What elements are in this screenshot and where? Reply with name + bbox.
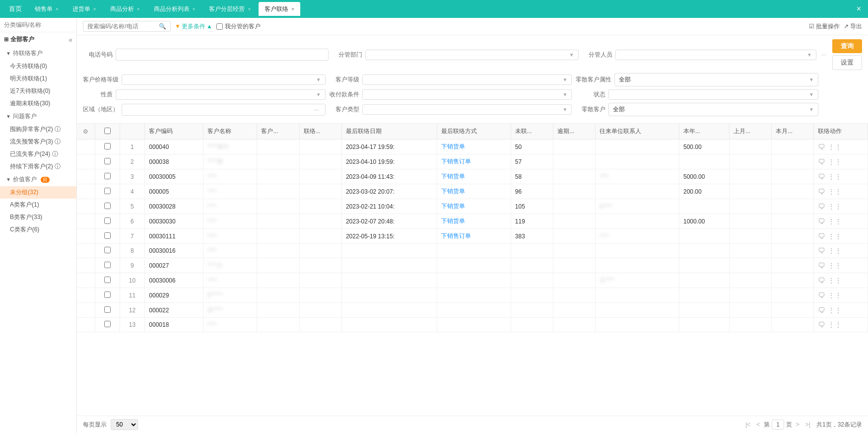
more-icon[interactable]: ⋮⋮ bbox=[828, 217, 842, 225]
th-last-month[interactable]: 上月... bbox=[729, 124, 771, 140]
row-last-method[interactable] bbox=[437, 303, 511, 318]
last-page-btn[interactable]: >| bbox=[803, 420, 812, 429]
call-icon[interactable]: 🗨 bbox=[818, 188, 825, 196]
more-icon[interactable]: ⋮⋮ bbox=[828, 291, 842, 299]
sidebar-item-today[interactable]: 今天待联络(0) bbox=[0, 60, 76, 72]
th-this-month[interactable]: 本月... bbox=[772, 124, 814, 140]
th-last-method[interactable]: 最后联络方式 bbox=[437, 124, 511, 140]
sidebar-item-7days[interactable]: 近7天待联络(0) bbox=[0, 85, 76, 97]
more-icon[interactable]: ⋮⋮ bbox=[828, 277, 842, 285]
call-icon[interactable]: 🗨 bbox=[818, 232, 825, 240]
nav-tab-purchase[interactable]: 进货单 × bbox=[67, 2, 102, 16]
my-customers-check[interactable] bbox=[216, 23, 223, 30]
row-checkbox[interactable] bbox=[95, 229, 120, 244]
th-last-date[interactable]: 最后联络日期 bbox=[341, 124, 437, 140]
more-icon[interactable]: ⋮⋮ bbox=[828, 232, 842, 240]
th-overdue[interactable]: 逾期... bbox=[553, 124, 596, 140]
th-contact[interactable]: 联络... bbox=[299, 124, 341, 140]
row-last-method[interactable] bbox=[437, 318, 511, 332]
nav-tab-analysis[interactable]: 商品分析 × bbox=[104, 2, 146, 16]
call-icon[interactable]: 🗨 bbox=[818, 203, 825, 211]
retail-cust-select[interactable]: 全部 ▼ bbox=[608, 103, 818, 116]
sidebar-item-tomorrow[interactable]: 明天待联络(1) bbox=[0, 72, 76, 85]
row-last-method[interactable] bbox=[437, 244, 511, 258]
search-icon[interactable]: 🔍 bbox=[159, 23, 166, 30]
call-icon[interactable]: 🗨 bbox=[818, 158, 825, 166]
my-customers-checkbox[interactable]: 我分管的客户 bbox=[216, 22, 261, 31]
region-select[interactable]: ··· bbox=[122, 104, 326, 116]
row-checkbox[interactable] bbox=[95, 244, 120, 258]
more-icon[interactable]: ⋮⋮ bbox=[828, 321, 842, 329]
nav-tab-analysis-list[interactable]: 商品分析列表 × bbox=[148, 2, 201, 16]
row-checkbox[interactable] bbox=[95, 318, 120, 332]
call-icon[interactable]: 🗨 bbox=[818, 217, 825, 225]
sidebar-item-churn-warning[interactable]: 流失预警客户(3) ⓘ bbox=[0, 136, 76, 148]
first-page-btn[interactable]: |< bbox=[743, 420, 752, 429]
th-checkbox[interactable] bbox=[95, 124, 120, 140]
row-last-method[interactable]: 下销货单 bbox=[437, 140, 511, 154]
phone-input[interactable] bbox=[116, 49, 329, 61]
th-code[interactable]: 客户编码 bbox=[145, 124, 203, 140]
sidebar-collapse-btn[interactable]: « bbox=[68, 36, 72, 44]
row-checkbox[interactable] bbox=[95, 140, 120, 154]
reset-button[interactable]: 设置 bbox=[832, 55, 862, 70]
th-unit-contact[interactable]: 往来单位联系人 bbox=[596, 124, 679, 140]
more-icon[interactable]: ⋮⋮ bbox=[828, 143, 842, 151]
sidebar-item-hoarding[interactable]: 囤购异常客户(2) ⓘ bbox=[0, 123, 76, 136]
nav-home[interactable]: 首页 bbox=[4, 2, 27, 15]
th-this-year[interactable]: 本年... bbox=[679, 124, 730, 140]
th-type[interactable]: 客户... bbox=[257, 124, 299, 140]
call-icon[interactable]: 🗨 bbox=[818, 277, 825, 285]
customer-level-select[interactable]: ▼ bbox=[362, 74, 572, 85]
dept-select[interactable]: ▼ bbox=[365, 50, 578, 60]
call-icon[interactable]: 🗨 bbox=[818, 173, 825, 181]
row-last-method[interactable]: 下销货单 bbox=[437, 169, 511, 184]
sidebar-item-c-class[interactable]: C类客户(6) bbox=[0, 223, 76, 236]
cust-type-select[interactable]: ▼ bbox=[362, 104, 572, 115]
th-setting[interactable]: ⚙ bbox=[77, 124, 95, 140]
nav-tab-sales-close[interactable]: × bbox=[56, 6, 59, 12]
close-all-button[interactable]: × bbox=[854, 4, 864, 13]
query-button[interactable]: 查询 bbox=[832, 39, 862, 53]
nav-tab-customer-contact[interactable]: 客户联络 × bbox=[259, 2, 300, 16]
export-btn[interactable]: ↗ 导出 bbox=[844, 22, 862, 31]
nav-tab-customer-seg[interactable]: 客户分层经营 × bbox=[203, 2, 257, 16]
payment-select[interactable]: ▼ bbox=[362, 89, 572, 100]
sidebar-item-ungroup[interactable]: 未分组(32) bbox=[0, 186, 76, 199]
sidebar-group-problem[interactable]: ▼ 问题客户 bbox=[0, 110, 76, 123]
call-icon[interactable]: 🗨 bbox=[818, 143, 825, 151]
call-icon[interactable]: 🗨 bbox=[818, 291, 825, 299]
row-last-method[interactable]: 下销货单 bbox=[437, 214, 511, 229]
sidebar-item-b-class[interactable]: B类客户(33) bbox=[0, 211, 76, 223]
nav-tab-purchase-close[interactable]: × bbox=[93, 6, 96, 12]
nav-tab-analysis-close[interactable]: × bbox=[137, 6, 140, 12]
call-icon[interactable]: 🗨 bbox=[818, 306, 825, 314]
sidebar-search-input[interactable] bbox=[4, 21, 77, 28]
more-icon[interactable]: ⋮⋮ bbox=[828, 262, 842, 270]
row-last-method[interactable] bbox=[437, 258, 511, 273]
th-name[interactable]: 客户名称 bbox=[203, 124, 257, 140]
row-checkbox[interactable] bbox=[95, 273, 120, 288]
row-checkbox[interactable] bbox=[95, 184, 120, 199]
next-page-btn[interactable]: > bbox=[794, 420, 801, 429]
row-checkbox[interactable] bbox=[95, 154, 120, 169]
sidebar-item-churned[interactable]: 已流失客户(24) ⓘ bbox=[0, 148, 76, 160]
sidebar-group-pending[interactable]: ▼ 待联络客户 bbox=[0, 47, 76, 60]
row-last-method[interactable]: 下销货单 bbox=[437, 199, 511, 214]
sidebar-group-value[interactable]: ▼ 价值客户 R bbox=[0, 173, 76, 186]
sidebar-item-declining[interactable]: 持续下滑客户(2) ⓘ bbox=[0, 160, 76, 173]
nav-tab-customer-contact-close[interactable]: × bbox=[291, 6, 294, 12]
row-checkbox[interactable] bbox=[95, 214, 120, 229]
more-icon[interactable]: ⋮⋮ bbox=[828, 203, 842, 211]
row-last-method[interactable]: 下销售订单 bbox=[437, 154, 511, 169]
more-icon[interactable]: ⋮⋮ bbox=[828, 158, 842, 166]
all-customers-header[interactable]: ⊞ 全部客户 « bbox=[0, 32, 76, 47]
more-icon[interactable]: ⋮⋮ bbox=[828, 173, 842, 181]
prev-page-btn[interactable]: < bbox=[754, 420, 762, 429]
call-icon[interactable]: 🗨 bbox=[818, 262, 825, 270]
row-checkbox[interactable] bbox=[95, 199, 120, 214]
row-last-method[interactable] bbox=[437, 288, 511, 303]
per-page-select[interactable]: 50 20 100 bbox=[111, 419, 138, 430]
row-checkbox[interactable] bbox=[95, 288, 120, 303]
more-icon[interactable]: ⋮⋮ bbox=[828, 188, 842, 196]
